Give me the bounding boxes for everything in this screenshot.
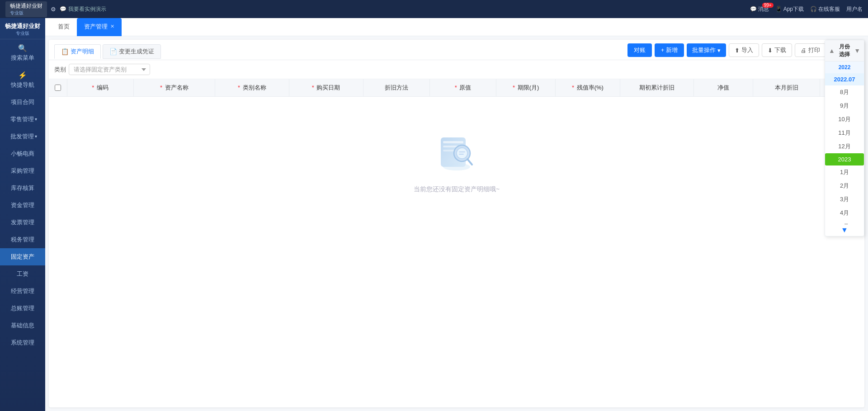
top-bar-left: 畅捷通好业财 专业版 ⚙ 💬 我要看实例演示 — [5, 1, 745, 17]
app-name: 畅捷通好业财 — [10, 3, 42, 9]
sidebar-item-search[interactable]: 🔍 搜索菜单 — [0, 39, 45, 66]
headset-icon: 🎧 — [810, 6, 817, 12]
empty-illustration — [429, 124, 484, 178]
chevron-down-icon: ▾ — [35, 134, 37, 139]
month-item-2023-01[interactable]: 1月 — [825, 165, 864, 179]
online-service-button[interactable]: 🎧 在线客服 — [810, 5, 840, 13]
th-original-value: * 原值 — [429, 79, 496, 97]
table-header-row: * 编码 * 资产名称 * 类别名称 — [49, 79, 864, 97]
sidebar-item-salary[interactable]: 工资 — [0, 265, 45, 283]
category-select[interactable]: 请选择固定资产类别 — [69, 64, 150, 75]
print-button[interactable]: 🖨 打印 — [795, 43, 826, 57]
category-filter: 类别 请选择固定资产类别 — [54, 64, 150, 75]
sidebar-item-finance[interactable]: 资金管理 — [0, 197, 45, 214]
content-area: 📋 资产明细 📄 变更生成凭证 对账 + 新增 批量操作 — [45, 36, 868, 411]
company-name[interactable]: 畅捷通好业财 专业版 — [5, 1, 47, 17]
asset-table: * 编码 * 资产名称 * 类别名称 — [49, 79, 864, 97]
phone-icon: 📱 — [775, 6, 782, 12]
th-residual-ratio: * 残值率(%) — [556, 79, 620, 97]
doc-icon: 📄 — [109, 48, 117, 55]
reconcile-button[interactable]: 对账 — [627, 43, 652, 57]
sidebar-item-fixed-assets[interactable]: 固定资产 — [0, 248, 45, 265]
sub-tab-change-voucher[interactable]: 📄 变更生成凭证 — [103, 44, 161, 59]
search-icon: 🔍 — [18, 44, 27, 52]
month-item-2023-05[interactable]: 5月 — [825, 220, 864, 224]
download-icon: ⬇ — [768, 47, 773, 54]
sidebar-item-general[interactable]: 总账管理 — [0, 300, 45, 317]
month-item-2023-04[interactable]: 4月 — [825, 206, 864, 220]
year-2022-label: 2022 — [825, 61, 864, 73]
sidebar-item-wholesale[interactable]: 批发管理 ▾ — [0, 128, 45, 145]
sidebar-item-inventory[interactable]: 库存核算 — [0, 180, 45, 197]
settings-icon[interactable]: ⚙ — [51, 6, 56, 13]
th-checkbox — [49, 79, 67, 97]
month-item-2022-12[interactable]: 12月 — [825, 140, 864, 153]
chevron-down-icon: ▾ — [35, 117, 37, 122]
message-button[interactable]: 💬 消息 99+ — [750, 5, 769, 13]
month-picker-down[interactable]: ▼ — [852, 47, 862, 54]
empty-state: 当前您还没有固定资产明细哦~ — [49, 97, 864, 221]
month-picker-panel: ▲ 月份选择 ▼ 2022 2022.07 8月 9月 — [825, 40, 864, 236]
month-item-2022-11[interactable]: 11月 — [825, 126, 864, 140]
th-asset-name: * 资产名称 — [133, 79, 215, 97]
sidebar-item-quicknav[interactable]: ⚡ 快捷导航 — [0, 66, 45, 94]
sidebar-item-project[interactable]: 项目合同 — [0, 94, 45, 111]
message-icon: 💬 — [750, 6, 757, 12]
month-item-2022-07[interactable]: 2022.07 — [825, 73, 864, 85]
main-content: 首页 资产管理 ✕ 📋 资产明细 📄 变更生成凭证 — [45, 18, 868, 411]
sidebar-item-tax[interactable]: 税务管理 — [0, 231, 45, 248]
sidebar-item-purchase[interactable]: 采购管理 — [0, 162, 45, 180]
year-2023-label: 2023 — [825, 153, 864, 165]
print-icon: 🖨 — [801, 47, 807, 54]
demo-link[interactable]: 💬 我要看实例演示 — [60, 5, 106, 13]
th-code: * 编码 — [67, 79, 133, 97]
month-item-2023-02[interactable]: 2月 — [825, 179, 864, 193]
month-picker-scroll-down[interactable]: ▼ — [841, 226, 848, 234]
th-monthly-depreciation: 本月折旧 — [753, 79, 820, 97]
sidebar: 畅捷通好业财 专业版 🔍 搜索菜单 ⚡ 快捷导航 项目合同 零售管理 ▾ 批发管… — [0, 18, 45, 411]
sidebar-item-retail[interactable]: 零售管理 ▾ — [0, 111, 45, 128]
th-accum-depreciation: 期初累计折旧 — [620, 79, 694, 97]
sidebar-item-system[interactable]: 系统管理 — [0, 334, 45, 351]
th-net-value: 净值 — [694, 79, 753, 97]
sidebar-item-ecommerce[interactable]: 小畅电商 — [0, 145, 45, 162]
tab-home[interactable]: 首页 — [51, 18, 77, 36]
month-item-2022-08[interactable]: 8月 — [825, 85, 864, 99]
lightning-icon: ⚡ — [18, 71, 27, 80]
sidebar-logo: 畅捷通好业财 专业版 — [0, 18, 45, 39]
month-item-2022-10[interactable]: 10月 — [825, 113, 864, 126]
select-all-checkbox[interactable] — [55, 85, 61, 91]
month-item-2023-03[interactable]: 3月 — [825, 193, 864, 206]
app-layout: 畅捷通好业财 专业版 🔍 搜索菜单 ⚡ 快捷导航 项目合同 零售管理 ▾ 批发管… — [0, 18, 868, 411]
th-depreciation-method: 折旧方法 — [363, 79, 429, 97]
th-category-name: * 类别名称 — [215, 79, 289, 97]
user-menu[interactable]: 用户名 — [846, 5, 863, 13]
sidebar-item-basic[interactable]: 基础信息 — [0, 317, 45, 334]
th-buy-date: * 购买日期 — [289, 79, 363, 97]
chevron-down-icon: ▾ — [717, 47, 721, 54]
svg-rect-2 — [443, 141, 463, 143]
main-panel: 📋 资产明细 📄 变更生成凭证 对账 + 新增 批量操作 — [49, 40, 864, 407]
month-list: 2022 2022.07 8月 9月 10月 11月 — [825, 61, 864, 224]
filter-bar: 类别 请选择固定资产类别 — [49, 60, 864, 79]
list-icon: 📋 — [61, 48, 69, 55]
category-label: 类别 — [54, 66, 66, 74]
empty-text: 当前您还没有固定资产明细哦~ — [414, 185, 500, 194]
top-bar: 畅捷通好业财 专业版 ⚙ 💬 我要看实例演示 💬 消息 99+ 📱 App下载 … — [0, 0, 868, 18]
tab-bar: 首页 资产管理 ✕ — [45, 18, 868, 36]
sidebar-item-operations[interactable]: 经营管理 — [0, 283, 45, 300]
tab-close-icon[interactable]: ✕ — [110, 24, 114, 29]
month-item-2022-09[interactable]: 9月 — [825, 99, 864, 113]
sidebar-item-invoice[interactable]: 发票管理 — [0, 214, 45, 231]
add-button[interactable]: + 新增 — [655, 43, 684, 57]
app-edition: 专业版 — [10, 10, 42, 16]
tab-asset-management[interactable]: 资产管理 ✕ — [77, 18, 122, 36]
import-button[interactable]: ⬆ 导入 — [729, 43, 759, 57]
month-picker-up[interactable]: ▲ — [827, 47, 837, 54]
sub-tab-asset-detail[interactable]: 📋 资产明细 — [54, 44, 101, 59]
sub-tabs: 📋 资产明细 📄 变更生成凭证 对账 + 新增 批量操作 — [49, 40, 864, 60]
batch-operation-button[interactable]: 批量操作 ▾ — [687, 43, 726, 57]
app-download-button[interactable]: 📱 App下载 — [775, 5, 804, 13]
download-button[interactable]: ⬇ 下载 — [762, 43, 792, 57]
top-bar-right: 💬 消息 99+ 📱 App下载 🎧 在线客服 用户名 — [750, 5, 863, 13]
